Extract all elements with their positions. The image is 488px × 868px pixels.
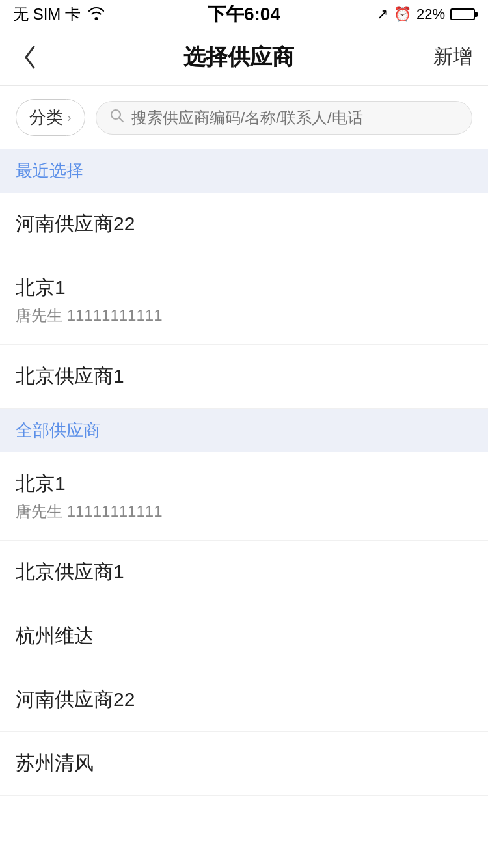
list-item[interactable]: 河南供应商22	[0, 668, 488, 732]
page-title: 选择供应商	[183, 42, 294, 72]
recent-list: 河南供应商22北京1唐先生 11111111111北京供应商1	[0, 193, 488, 409]
list-item[interactable]: 苏州清风	[0, 732, 488, 796]
status-bar: 无 SIM 卡 下午6:04 ↗ ⏰ 22%	[0, 0, 488, 29]
recent-section-label: 最近选择	[16, 161, 83, 180]
item-sub: 唐先生 11111111111	[16, 501, 472, 522]
back-button[interactable]	[16, 38, 44, 77]
item-name: 河南供应商22	[16, 211, 472, 237]
category-label: 分类	[29, 106, 63, 129]
category-button[interactable]: 分类 ›	[16, 99, 85, 136]
nav-bar: 选择供应商 新增	[0, 29, 488, 86]
alarm-icon: ⏰	[394, 6, 411, 23]
location-icon: ↗	[377, 6, 388, 23]
item-name: 杭州维达	[16, 623, 472, 649]
filter-bar: 分类 ›	[0, 86, 488, 149]
list-item[interactable]: 河南供应商22	[0, 193, 488, 256]
all-section-label: 全部供应商	[16, 420, 100, 440]
item-name: 北京供应商1	[16, 363, 472, 390]
item-sub: 唐先生 11111111111	[16, 305, 472, 326]
search-input[interactable]	[131, 109, 459, 127]
item-name: 苏州清风	[16, 750, 472, 777]
search-icon	[109, 108, 125, 128]
chevron-right-icon: ›	[67, 110, 72, 125]
status-time: 下午6:04	[208, 2, 280, 27]
list-item[interactable]: 北京供应商1	[0, 541, 488, 604]
recent-section-header: 最近选择	[0, 149, 488, 193]
list-item[interactable]: 北京供应商1	[0, 345, 488, 409]
carrier-text: 无 SIM 卡	[13, 4, 81, 25]
status-carrier: 无 SIM 卡	[13, 4, 105, 25]
battery-percent: 22%	[416, 6, 445, 23]
item-name: 河南供应商22	[16, 686, 472, 713]
add-button[interactable]: 新增	[433, 44, 472, 70]
list-item[interactable]: 北京1唐先生 11111111111	[0, 256, 488, 345]
item-name: 北京1	[16, 470, 472, 497]
battery-icon	[450, 8, 475, 20]
list-item[interactable]: 北京1唐先生 11111111111	[0, 452, 488, 541]
wifi-icon	[87, 6, 105, 23]
status-indicators: ↗ ⏰ 22%	[377, 6, 475, 23]
item-name: 北京1	[16, 275, 472, 301]
search-box[interactable]	[96, 101, 472, 135]
list-item[interactable]: 杭州维达	[0, 604, 488, 668]
all-list: 北京1唐先生 11111111111北京供应商1杭州维达河南供应商22苏州清风	[0, 452, 488, 796]
all-section-header: 全部供应商	[0, 409, 488, 452]
item-name: 北京供应商1	[16, 559, 472, 586]
